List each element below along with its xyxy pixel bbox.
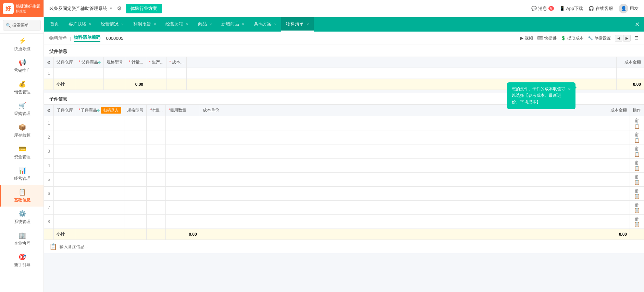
tab-new-goods[interactable]: 新增商品 × bbox=[216, 17, 249, 32]
sidebar-item-operations[interactable]: 📊 经营管理 bbox=[0, 163, 44, 185]
parent-produce-1[interactable] bbox=[146, 68, 166, 79]
copy-icon[interactable]: 📋 bbox=[634, 179, 640, 185]
parent-warehouse-1[interactable] bbox=[54, 68, 76, 79]
sidebar-item-basic-info[interactable]: 📋 基础信息 bbox=[0, 185, 44, 207]
bom-code-tab[interactable]: 物料清单编码 bbox=[74, 34, 100, 42]
child-unit-cost-1[interactable] bbox=[200, 116, 222, 130]
child-goods-7[interactable] bbox=[76, 201, 124, 215]
tab-operations[interactable]: 经营情况 × bbox=[96, 17, 128, 32]
tab-close-icon[interactable]: × bbox=[274, 22, 276, 26]
delete-icon[interactable]: 🗑 bbox=[634, 216, 639, 222]
child-qty-unit-3[interactable] bbox=[147, 144, 166, 159]
child-qty-unit-1[interactable] bbox=[147, 116, 166, 130]
shortcut-button[interactable]: ⌨ 快捷键 bbox=[537, 35, 557, 41]
sidebar-item-sales[interactable]: 💰 销售管理 bbox=[0, 77, 44, 98]
child-spec-1[interactable] bbox=[124, 116, 147, 130]
child-warehouse-3[interactable] bbox=[54, 144, 76, 159]
copy-icon[interactable]: 📋 bbox=[634, 165, 640, 171]
settings-icon[interactable]: ⚙ bbox=[117, 5, 122, 12]
child-needed-qty-6[interactable] bbox=[165, 187, 200, 201]
child-warehouse-4[interactable] bbox=[54, 159, 76, 173]
child-needed-qty-1[interactable] bbox=[165, 116, 200, 130]
scan-input-button[interactable]: 扫码录入 bbox=[101, 107, 121, 114]
delete-icon[interactable]: 🗑 bbox=[634, 118, 639, 123]
sidebar-item-marketing[interactable]: 📢 营销推广 bbox=[0, 55, 44, 77]
bom-list-tab[interactable]: 物料清单 bbox=[49, 35, 67, 41]
parent-spec-1[interactable] bbox=[104, 68, 126, 79]
child-unit-cost-4[interactable] bbox=[200, 159, 222, 173]
child-unit-cost-8[interactable] bbox=[200, 215, 222, 229]
delete-icon[interactable]: 🗑 bbox=[634, 188, 639, 194]
child-qty-unit-2[interactable] bbox=[147, 130, 166, 144]
child-needed-qty-7[interactable] bbox=[165, 201, 200, 215]
copy-icon[interactable]: 📋 bbox=[634, 194, 640, 199]
delete-icon[interactable]: 🗑 bbox=[634, 174, 639, 179]
child-spec-4[interactable] bbox=[124, 159, 147, 173]
child-needed-qty-3[interactable] bbox=[165, 144, 200, 159]
app-download-button[interactable]: 📱 App下载 bbox=[559, 5, 583, 12]
message-button[interactable]: 💬 消息 6 bbox=[531, 5, 554, 12]
search-menu-button[interactable]: 🔍 搜索菜单 bbox=[3, 20, 41, 31]
child-spec-6[interactable] bbox=[124, 187, 147, 201]
child-goods-3[interactable] bbox=[76, 144, 124, 159]
tab-profit[interactable]: 利润报告 × bbox=[128, 17, 161, 32]
tab-close-icon[interactable]: × bbox=[89, 22, 91, 26]
sidebar-item-guide[interactable]: 🎯 新手引导 bbox=[0, 250, 44, 271]
child-qty-unit-8[interactable] bbox=[147, 215, 166, 229]
child-needed-qty-5[interactable] bbox=[165, 173, 200, 187]
view-switch-button[interactable]: ☰ bbox=[635, 36, 639, 40]
child-warehouse-5[interactable] bbox=[54, 173, 76, 187]
child-qty-unit-7[interactable] bbox=[147, 201, 166, 215]
next-arrow-button[interactable]: ▶ bbox=[623, 35, 631, 42]
delete-icon[interactable]: 🗑 bbox=[634, 146, 639, 151]
sidebar-item-purchase[interactable]: 🛒 采购管理 bbox=[0, 98, 44, 120]
copy-icon[interactable]: 📋 bbox=[634, 137, 640, 143]
child-unit-cost-2[interactable] bbox=[200, 130, 222, 144]
tab-bom[interactable]: 物料清单 × bbox=[281, 17, 313, 32]
child-unit-cost-7[interactable] bbox=[200, 201, 222, 215]
child-warehouse-7[interactable] bbox=[54, 201, 76, 215]
child-goods-6[interactable] bbox=[76, 187, 124, 201]
sidebar-item-inventory[interactable]: 📦 库存核算 bbox=[0, 120, 44, 142]
prev-arrow-button[interactable]: ◀ bbox=[615, 35, 622, 42]
child-spec-3[interactable] bbox=[124, 144, 147, 159]
tab-close-icon[interactable]: × bbox=[121, 22, 123, 26]
tab-close-icon[interactable]: × bbox=[186, 22, 188, 26]
copy-icon[interactable]: 📋 bbox=[634, 208, 640, 213]
delete-icon[interactable]: 🗑 bbox=[634, 132, 639, 137]
delete-icon[interactable]: 🗑 bbox=[634, 160, 639, 165]
online-service-button[interactable]: 🎧 在线客服 bbox=[589, 5, 613, 12]
child-warehouse-1[interactable] bbox=[54, 116, 76, 130]
child-qty-unit-6[interactable] bbox=[147, 187, 166, 201]
sidebar-item-enterprise[interactable]: 🏢 企业协同 bbox=[0, 228, 44, 250]
child-needed-qty-8[interactable] bbox=[165, 215, 200, 229]
delete-icon[interactable]: 🗑 bbox=[634, 202, 639, 208]
child-unit-cost-3[interactable] bbox=[200, 144, 222, 159]
child-warehouse-8[interactable] bbox=[54, 215, 76, 229]
child-spec-8[interactable] bbox=[124, 215, 147, 229]
extract-cost-button[interactable]: 💲 提取成本 bbox=[561, 35, 584, 41]
trial-button[interactable]: 体验行业方案 bbox=[126, 4, 162, 13]
child-warehouse-6[interactable] bbox=[54, 187, 76, 201]
remarks-input[interactable] bbox=[60, 244, 639, 249]
parent-qty-1[interactable] bbox=[126, 68, 146, 79]
child-goods-4[interactable] bbox=[76, 159, 124, 173]
sidebar-item-system[interactable]: ⚙️ 系统管理 bbox=[0, 207, 44, 228]
child-spec-7[interactable] bbox=[124, 201, 147, 215]
tab-close-icon[interactable]: × bbox=[210, 22, 212, 26]
copy-icon[interactable]: 📋 bbox=[634, 151, 640, 157]
child-needed-qty-2[interactable] bbox=[165, 130, 200, 144]
child-qty-unit-4[interactable] bbox=[147, 159, 166, 173]
tab-close-icon[interactable]: × bbox=[154, 22, 156, 26]
tooltip-close-button[interactable]: × bbox=[568, 86, 571, 93]
parent-goods-1[interactable] bbox=[76, 68, 104, 79]
tab-home[interactable]: 首页 bbox=[45, 17, 64, 32]
view-button[interactable]: ▶ 视频 bbox=[520, 35, 533, 41]
tab-goods[interactable]: 商品 × bbox=[193, 17, 216, 32]
close-all-tabs-button[interactable]: ✕ bbox=[632, 21, 643, 28]
child-goods-8[interactable] bbox=[76, 215, 124, 229]
single-setting-button[interactable]: 🔧 单据设置 bbox=[588, 35, 611, 41]
child-goods-2[interactable] bbox=[76, 130, 124, 144]
copy-icon[interactable]: 📋 bbox=[634, 222, 640, 227]
child-qty-unit-5[interactable] bbox=[147, 173, 166, 187]
